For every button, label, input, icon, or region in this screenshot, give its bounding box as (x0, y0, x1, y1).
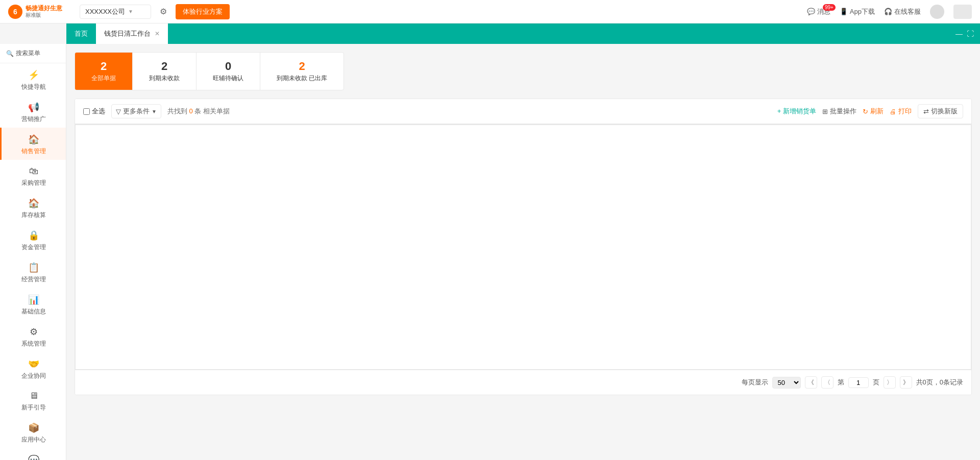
sidebar-item-quick-nav[interactable]: ⚡ 快捷导航 (0, 63, 66, 95)
filter-icon: ▽ (116, 108, 121, 115)
sidebar-item-sales[interactable]: 🏠 销售管理 (0, 128, 66, 160)
guide-icon: 🖥 (29, 391, 38, 401)
batch-operation-button[interactable]: ⊞ 批量操作 (822, 107, 856, 116)
sidebar-item-inventory[interactable]: 🏠 库存核算 (0, 191, 66, 224)
stat-card-wangwang[interactable]: 0 旺辅待确认 (197, 53, 260, 90)
print-icon: 🖨 (890, 108, 896, 115)
tab-workbench[interactable]: 钱货日清工作台 ✕ (96, 23, 168, 44)
search-menu-btn[interactable]: 🔍 搜索菜单 (0, 44, 66, 63)
logo-icon: 6 (8, 5, 22, 19)
search-icon: 🔍 (6, 50, 14, 57)
stat-card-overdue[interactable]: 2 到期未收款 (133, 53, 197, 90)
expand-icon[interactable]: ⛶ (967, 30, 974, 38)
nav-tab-actions: — ⛶ (955, 30, 980, 38)
stat-label-all: 全部单据 (91, 74, 116, 83)
sidebar-item-guide[interactable]: 🖥 新手引导 (0, 384, 66, 416)
toolbar-left: 全选 ▽ 更多条件 ▼ 共找到 0 条 相关单据 (83, 104, 771, 118)
quick-nav-icon: ⚡ (28, 69, 39, 81)
content-wrapper: 全选 ▽ 更多条件 ▼ 共找到 0 条 相关单据 (75, 99, 972, 395)
first-page-icon: 《 (808, 378, 814, 387)
last-page-button[interactable]: 》 (900, 376, 912, 389)
purchase-icon: 🛍 (29, 166, 38, 177)
company-selector[interactable]: XXXXXX公司 ▼ (80, 5, 151, 19)
sidebar-item-purchase[interactable]: 🛍 采购管理 (0, 160, 66, 191)
sidebar-item-marketing[interactable]: 📢 营销推广 (0, 95, 66, 128)
operations-icon: 📋 (28, 262, 39, 273)
prev-page-button[interactable]: 〈 (821, 376, 834, 389)
chevron-down-icon: ▼ (128, 9, 133, 14)
enterprise-icon: 🤝 (28, 358, 39, 370)
app-download-btn[interactable]: 📱 App下载 (840, 7, 875, 16)
sidebar: 🔍 搜索菜单 ⚡ 快捷导航 📢 营销推广 🏠 销售管理 🛍 采购管理 🏠 库存核… (0, 44, 66, 460)
close-tab-icon[interactable]: ✕ (155, 30, 160, 37)
user-name-btn[interactable] (953, 5, 972, 19)
messages-badge: 99+ (823, 4, 836, 11)
settings-icon[interactable]: ⚙ (155, 4, 172, 20)
found-text: 共找到 0 条 相关单据 (167, 107, 230, 116)
message-icon: 💬 (807, 8, 815, 15)
page-label: 第 (838, 378, 844, 387)
finance-icon: 🔒 (28, 230, 39, 241)
main-content: 2 全部单据 2 到期未收款 0 旺辅待确认 2 到期未收款 已出库 (66, 44, 980, 460)
stat-num-overdue-shipped: 2 (277, 60, 327, 73)
stat-cards: 2 全部单据 2 到期未收款 0 旺辅待确认 2 到期未收款 已出库 (75, 52, 344, 90)
tab-home[interactable]: 首页 (66, 23, 96, 44)
found-count: 0 (189, 107, 193, 115)
total-count-text: 共0页，0条记录 (916, 378, 963, 387)
sidebar-item-finance[interactable]: 🔒 资金管理 (0, 224, 66, 256)
system-icon: ⚙ (30, 326, 38, 337)
minimize-icon[interactable]: — (955, 30, 963, 38)
experience-button[interactable]: 体验行业方案 (176, 4, 230, 19)
marketing-icon: 📢 (28, 102, 39, 113)
select-all-input[interactable] (83, 108, 90, 115)
sidebar-item-system[interactable]: ⚙ 系统管理 (0, 320, 66, 352)
select-all-checkbox[interactable]: 全选 (83, 107, 105, 116)
app-icon: 📱 (840, 8, 848, 15)
next-page-icon: 〉 (887, 378, 893, 387)
stat-card-overdue-shipped[interactable]: 2 到期未收款 已出库 (260, 53, 344, 90)
basics-icon: 📊 (28, 294, 39, 305)
inventory-icon: 🏠 (28, 198, 39, 209)
last-page-icon: 》 (903, 378, 909, 387)
toolbar: 全选 ▽ 更多条件 ▼ 共找到 0 条 相关单据 (75, 99, 971, 124)
refresh-button[interactable]: ↻ 刷新 (863, 107, 884, 116)
print-button[interactable]: 🖨 打印 (890, 107, 912, 116)
layout: 🔍 搜索菜单 ⚡ 快捷导航 📢 营销推广 🏠 销售管理 🛍 采购管理 🏠 库存核… (0, 44, 980, 460)
stat-label-overdue: 到期未收款 (149, 74, 180, 83)
first-page-button[interactable]: 《 (805, 376, 817, 389)
nav-tabs: 首页 钱货日清工作台 ✕ — ⛶ (66, 23, 980, 44)
online-service-btn[interactable]: 🎧 在线客服 (884, 7, 921, 16)
stat-num-wangwang: 0 (213, 60, 243, 73)
add-sales-order-button[interactable]: + 新增销货单 (777, 107, 816, 116)
avatar[interactable] (930, 5, 944, 19)
sidebar-item-operations[interactable]: 📋 经营管理 (0, 256, 66, 288)
top-header: 6 畅捷通好生意 标准版 XXXXXX公司 ▼ ⚙ 体验行业方案 💬 消息 99… (0, 0, 980, 23)
messages-btn[interactable]: 💬 消息 99+ (807, 7, 830, 16)
page-size-label: 每页显示 (742, 378, 768, 387)
stat-card-all[interactable]: 2 全部单据 (75, 53, 133, 90)
logo-area: 6 畅捷通好生意 标准版 (8, 5, 75, 19)
logo-text: 畅捷通好生意 标准版 (26, 5, 62, 18)
service-icon: 🎧 (884, 8, 892, 15)
table-area (75, 125, 971, 370)
stat-label-wangwang: 旺辅待确认 (213, 74, 243, 83)
stat-num-all: 2 (91, 60, 116, 73)
prev-page-icon: 〈 (824, 378, 830, 387)
next-page-button[interactable]: 〉 (884, 376, 896, 389)
stat-num-overdue: 2 (149, 60, 180, 73)
sidebar-item-enterprise[interactable]: 🤝 企业协同 (0, 352, 66, 384)
sidebar-item-appstore[interactable]: 📦 应用中心 (0, 416, 66, 448)
toolbar-right: + 新增销货单 ⊞ 批量操作 ↻ 刷新 🖨 打印 (777, 104, 963, 118)
switch-icon: ⇄ (923, 108, 929, 115)
refresh-icon: ↻ (863, 108, 868, 115)
switch-version-button[interactable]: ⇄ 切换新版 (918, 104, 963, 118)
sales-icon: 🏠 (28, 134, 39, 145)
page-number-input[interactable] (848, 377, 869, 388)
stat-label-overdue-shipped: 到期未收款 已出库 (277, 74, 327, 83)
page-size-select[interactable]: 50 10 20 100 (772, 377, 801, 389)
wechat-icon: 💬 (28, 454, 39, 460)
filter-button[interactable]: ▽ 更多条件 ▼ (111, 104, 161, 118)
header-right: 💬 消息 99+ 📱 App下载 🎧 在线客服 (807, 5, 972, 19)
sidebar-item-wechat[interactable]: 💬 企业微信 (0, 448, 66, 460)
sidebar-item-basics[interactable]: 📊 基础信息 (0, 288, 66, 320)
